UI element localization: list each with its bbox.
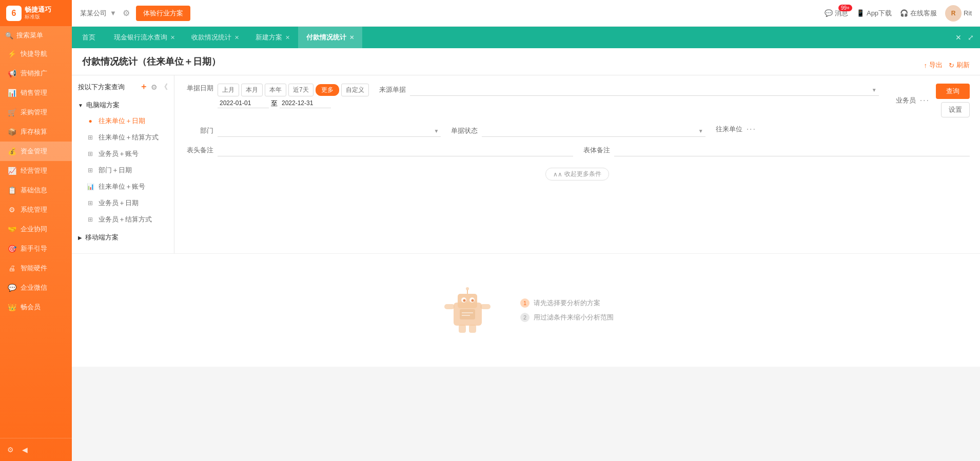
refresh-button[interactable]: ↻ 刷新 <box>949 61 970 70</box>
sidebar-item-sales[interactable]: 📊 销售管理 <box>0 83 72 103</box>
scheme-item-partner-account[interactable]: 📊 往来单位＋账号 <box>72 178 174 195</box>
page-title: 付款情况统计（往来单位＋日期） <box>82 55 221 75</box>
avatar: R <box>945 5 962 22</box>
scheme-collapse-icon[interactable]: 《 <box>161 83 168 92</box>
query-button[interactable]: 查询 <box>936 84 970 99</box>
svg-rect-8 <box>444 304 455 309</box>
salesman-picker-icon[interactable]: ··· <box>920 96 930 105</box>
refresh-icon: ↻ <box>949 62 954 69</box>
date-custom[interactable]: 自定义 <box>341 84 369 96</box>
mobile-group-title[interactable]: ▶ 移动端方案 <box>72 230 174 245</box>
date-end-input[interactable] <box>280 98 331 108</box>
export-button[interactable]: ↑ 导出 <box>924 61 943 70</box>
date-label: 单据日期 <box>185 84 213 93</box>
sidebar-item-smart-hw[interactable]: 🖨 智能硬件 <box>0 258 72 278</box>
tab-close-new-plan[interactable]: ✕ <box>285 34 290 41</box>
svg-rect-10 <box>459 325 466 333</box>
topbar-settings-icon[interactable]: ⚙ <box>123 8 130 18</box>
doc-status-select-wrapper: ▼ <box>482 125 705 137</box>
logo-text: 畅捷通巧 标准版 <box>25 6 51 21</box>
footer-collapse-icon[interactable]: ◀ <box>20 444 30 456</box>
scheme-item-salesman-settle[interactable]: ⊞ 业务员＋结算方式 <box>72 211 174 228</box>
system-icon: ⚙ <box>7 205 16 214</box>
empty-tips: 1 请先选择要分析的方案 2 用过滤条件来缩小分析范围 <box>520 298 614 322</box>
app-download-button[interactable]: 📱 App下载 <box>856 9 892 18</box>
sidebar-item-basic-info[interactable]: 📋 基础信息 <box>0 181 72 200</box>
empty-state: 1 请先选择要分析的方案 2 用过滤条件来缩小分析范围 <box>72 254 980 367</box>
date-last-month[interactable]: 上月 <box>218 84 239 96</box>
empty-tip-1: 1 请先选择要分析的方案 <box>520 298 614 308</box>
beginner-icon: 🎯 <box>7 244 16 253</box>
add-scheme-icon[interactable]: ＋ <box>140 82 148 92</box>
scheme-settings-icon[interactable]: ⚙ <box>151 83 158 91</box>
salesman-label: 业务员 <box>887 96 916 105</box>
smart-hw-icon: 🖨 <box>7 264 16 273</box>
sidebar-item-inventory[interactable]: 📦 库存核算 <box>0 122 72 142</box>
tab-payment-stats[interactable]: 付款情况统计 ✕ <box>298 27 362 48</box>
maximize-icon[interactable]: ⤢ <box>968 33 974 42</box>
desktop-scheme-group: ▼ 电脑端方案 ● 往来单位＋日期 ⊞ 往来单位＋结算方式 ⊞ <box>72 97 174 228</box>
settings-button[interactable]: 设置 <box>941 102 970 117</box>
sidebar-item-enterprise[interactable]: 🤝 企业协同 <box>0 219 72 239</box>
sidebar-item-beginner[interactable]: 🎯 新手引导 <box>0 239 72 258</box>
desktop-group-title[interactable]: ▼ 电脑端方案 <box>72 97 174 113</box>
trial-industry-button[interactable]: 体验行业方案 <box>136 6 190 21</box>
search-menu-item[interactable]: 🔍 搜索菜单 <box>0 27 72 44</box>
tabs-bar: 首页 现金银行流水查询 ✕ 收款情况统计 ✕ 新建方案 ✕ 付款情况统计 ✕ ✕… <box>72 27 980 48</box>
tab-close-receipt-stats[interactable]: ✕ <box>234 34 239 41</box>
scheme-item-salesman-date[interactable]: ⊞ 业务员＋日期 <box>72 195 174 211</box>
sidebar-item-system[interactable]: ⚙ 系统管理 <box>0 200 72 219</box>
scheme-item-partner-settle[interactable]: ⊞ 往来单位＋结算方式 <box>72 129 174 146</box>
sidebar-item-wechat[interactable]: 💬 企业微信 <box>0 278 72 297</box>
source-doc-select[interactable] <box>410 84 879 96</box>
empty-state-section: 1 请先选择要分析的方案 2 用过滤条件来缩小分析范围 <box>72 253 980 367</box>
company-dropdown-icon: ▼ <box>110 9 116 17</box>
date-this-month[interactable]: 本月 <box>241 84 263 96</box>
operation-icon: 📈 <box>7 166 16 175</box>
dept-select-wrapper: ▼ <box>218 125 441 137</box>
close-all-tabs-icon[interactable]: ✕ <box>955 33 962 42</box>
scheme-item-salesman-account[interactable]: ⊞ 业务员＋账号 <box>72 146 174 162</box>
finance-icon: 💰 <box>7 147 16 156</box>
messages-button[interactable]: 💬 消息 99+ <box>825 9 848 18</box>
partner-picker-icon[interactable]: ··· <box>747 125 756 134</box>
scheme-panel: 按以下方案查询 ＋ ⚙ 《 ▼ 电脑端方案 ● <box>72 75 174 253</box>
tab-receipt-stats[interactable]: 收款情况统计 ✕ <box>183 27 247 48</box>
footer-settings-icon[interactable]: ⚙ <box>5 444 16 456</box>
date-more[interactable]: 更多 <box>316 84 339 96</box>
date-this-year[interactable]: 本年 <box>265 84 286 96</box>
sidebar-nav: ⚡ 快捷导航 📢 营销推广 📊 销售管理 🛒 采购管理 📦 库存核算 💰 资金管… <box>0 44 72 438</box>
collapse-conditions-button[interactable]: ∧∧ 收起更多条件 <box>545 168 609 181</box>
tab-new-plan[interactable]: 新建方案 ✕ <box>247 27 298 48</box>
tab-close-bank-flow[interactable]: ✕ <box>170 34 175 41</box>
purchase-icon: 🛒 <box>7 108 16 117</box>
doc-status-select[interactable] <box>482 125 705 137</box>
page-header-actions: ↑ 导出 ↻ 刷新 <box>924 61 970 70</box>
date-last-7days[interactable]: 近7天 <box>288 84 313 96</box>
sidebar-item-quick-nav[interactable]: ⚡ 快捷导航 <box>0 44 72 64</box>
scheme-item-partner-date[interactable]: ● 往来单位＋日期 <box>72 113 174 129</box>
svg-point-5 <box>472 299 474 302</box>
tip-num-1: 1 <box>520 298 530 308</box>
sidebar-item-finance[interactable]: 💰 资金管理 <box>0 142 72 161</box>
sidebar-item-operation[interactable]: 📈 经营管理 <box>0 161 72 181</box>
online-service-button[interactable]: 🎧 在线客服 <box>900 9 937 18</box>
tab-bank-flow[interactable]: 现金银行流水查询 ✕ <box>106 27 183 48</box>
app-download-icon: 📱 <box>856 9 865 17</box>
header-note-input[interactable] <box>218 144 573 156</box>
sidebar-item-member[interactable]: 👑 畅会员 <box>0 297 72 317</box>
user-avatar-area[interactable]: R Rit <box>945 5 972 22</box>
scheme-item-dept-date[interactable]: ⊞ 部门＋日期 <box>72 162 174 178</box>
sidebar-item-purchase[interactable]: 🛒 采购管理 <box>0 103 72 122</box>
tab-home[interactable]: 首页 <box>72 27 106 48</box>
body-note-input[interactable] <box>614 144 970 156</box>
tab-close-payment-stats[interactable]: ✕ <box>349 34 354 41</box>
partner-label: 往来单位 <box>714 125 742 134</box>
date-start-input[interactable] <box>218 98 269 108</box>
sidebar-item-marketing[interactable]: 📢 营销推广 <box>0 64 72 83</box>
company-selector[interactable]: 某某公司 ▼ <box>80 9 116 18</box>
body-note-field: 表体备注 <box>581 144 970 156</box>
scheme-table-icon-4: ⊞ <box>86 199 94 207</box>
dept-select[interactable] <box>218 125 441 137</box>
source-doc-label: 来源单据 <box>377 85 406 94</box>
